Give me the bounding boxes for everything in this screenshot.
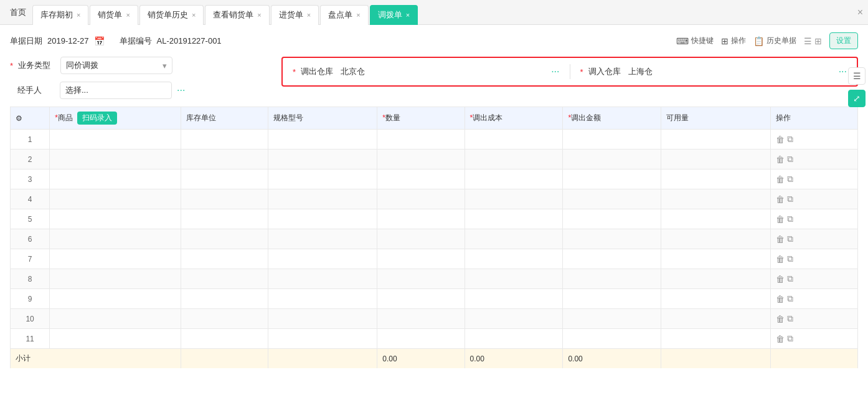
cell-product[interactable] [50, 189, 181, 209]
cell-cost[interactable] [465, 329, 563, 349]
cell-qty[interactable] [377, 269, 465, 289]
delete-icon[interactable]: 🗑 [776, 254, 785, 264]
copy-icon[interactable]: ⧉ [787, 274, 793, 284]
delete-icon[interactable]: 🗑 [776, 294, 785, 304]
close-icon[interactable]: × [406, 11, 410, 19]
cell-unit[interactable] [181, 229, 268, 249]
sidebar-list-icon[interactable]: ☰ [848, 67, 866, 85]
cell-spec[interactable] [268, 229, 377, 249]
cell-unit[interactable] [181, 329, 268, 349]
cell-amount[interactable] [563, 189, 661, 209]
cell-spec[interactable] [268, 169, 377, 189]
close-icon[interactable]: × [356, 11, 360, 19]
delete-icon[interactable]: 🗑 [776, 214, 785, 224]
copy-icon[interactable]: ⧉ [787, 134, 793, 145]
transfer-in-value[interactable]: 上海仓 [628, 66, 653, 77]
cell-product[interactable] [50, 249, 181, 269]
calendar-icon[interactable]: 📅 [94, 36, 105, 46]
cell-product[interactable] [50, 169, 181, 189]
cell-qty[interactable] [377, 209, 465, 229]
cell-product[interactable] [50, 130, 181, 150]
operations-btn[interactable]: ⊞ 操作 [721, 36, 746, 46]
cell-cost[interactable] [465, 169, 563, 189]
delete-icon[interactable]: 🗑 [776, 274, 785, 284]
tab-home[interactable]: 首页 [5, 7, 31, 18]
cell-product[interactable] [50, 289, 181, 309]
cell-cost[interactable] [465, 209, 563, 229]
cell-amount[interactable] [563, 229, 661, 249]
cell-qty[interactable] [377, 289, 465, 309]
cell-qty[interactable] [377, 130, 465, 150]
handler-select[interactable]: 选择... [60, 82, 172, 99]
sidebar-expand-icon[interactable]: ⤢ [848, 90, 866, 107]
cell-qty[interactable] [377, 249, 465, 269]
cell-product[interactable] [50, 309, 181, 329]
cell-cost[interactable] [465, 269, 563, 289]
cell-amount[interactable] [563, 209, 661, 229]
cell-product[interactable] [50, 229, 181, 249]
cell-amount[interactable] [563, 150, 661, 169]
col-gear[interactable]: ⚙ [11, 107, 50, 130]
list-view-icon[interactable]: ☰ [804, 36, 812, 46]
tab-transfer[interactable]: 调拨单 × [370, 5, 418, 25]
cell-spec[interactable] [268, 209, 377, 229]
cell-unit[interactable] [181, 309, 268, 329]
tab-view-sales[interactable]: 查看销货单 × [205, 5, 269, 25]
close-icon[interactable]: × [192, 11, 196, 19]
copy-icon[interactable]: ⧉ [787, 154, 793, 164]
cell-product[interactable] [50, 269, 181, 289]
tab-inventory-init[interactable]: 库存期初 × [32, 5, 88, 25]
copy-icon[interactable]: ⧉ [787, 333, 793, 344]
cell-spec[interactable] [268, 249, 377, 269]
cell-unit[interactable] [181, 249, 268, 269]
cell-amount[interactable] [563, 269, 661, 289]
cell-unit[interactable] [181, 130, 268, 150]
transfer-out-value[interactable]: 北京仓 [341, 66, 365, 77]
cell-spec[interactable] [268, 289, 377, 309]
cell-cost[interactable] [465, 249, 563, 269]
cell-spec[interactable] [268, 150, 377, 169]
cell-cost[interactable] [465, 130, 563, 150]
cell-unit[interactable] [181, 209, 268, 229]
scan-button[interactable]: 扫码录入 [77, 112, 117, 125]
grid-view-icon[interactable]: ⊞ [814, 36, 822, 46]
cell-spec[interactable] [268, 130, 377, 150]
tab-inventory-count[interactable]: 盘点单 × [320, 5, 368, 25]
cell-cost[interactable] [465, 150, 563, 169]
tab-sales-history[interactable]: 销货单历史 × [139, 5, 204, 25]
cell-cost[interactable] [465, 309, 563, 329]
cell-spec[interactable] [268, 189, 377, 209]
cell-cost[interactable] [465, 289, 563, 309]
tab-purchase[interactable]: 进货单 × [271, 5, 319, 25]
cell-qty[interactable] [377, 309, 465, 329]
settings-button[interactable]: 设置 [829, 32, 858, 49]
delete-icon[interactable]: 🗑 [776, 334, 785, 344]
copy-icon[interactable]: ⧉ [787, 174, 793, 184]
close-icon[interactable]: × [257, 11, 261, 19]
cell-qty[interactable] [377, 329, 465, 349]
copy-icon[interactable]: ⧉ [787, 254, 793, 264]
delete-icon[interactable]: 🗑 [776, 234, 785, 244]
history-btn[interactable]: 📋 历史单据 [753, 36, 796, 46]
copy-icon[interactable]: ⧉ [787, 194, 793, 204]
handler-more-icon[interactable]: ··· [177, 85, 185, 96]
tab-sales-order[interactable]: 销货单 × [90, 5, 138, 25]
cell-amount[interactable] [563, 289, 661, 309]
cell-amount[interactable] [563, 329, 661, 349]
cell-unit[interactable] [181, 289, 268, 309]
cell-amount[interactable] [563, 169, 661, 189]
cell-amount[interactable] [563, 309, 661, 329]
cell-unit[interactable] [181, 269, 268, 289]
cell-unit[interactable] [181, 189, 268, 209]
close-icon[interactable]: × [307, 11, 311, 19]
transfer-out-more-icon[interactable]: ··· [551, 66, 559, 77]
delete-icon[interactable]: 🗑 [776, 135, 785, 145]
shortcuts-btn[interactable]: ⌨ 快捷键 [676, 36, 714, 46]
copy-icon[interactable]: ⧉ [787, 214, 793, 224]
copy-icon[interactable]: ⧉ [787, 234, 793, 244]
cell-unit[interactable] [181, 150, 268, 169]
cell-amount[interactable] [563, 249, 661, 269]
delete-icon[interactable]: 🗑 [776, 155, 785, 164]
delete-icon[interactable]: 🗑 [776, 194, 785, 204]
business-type-select[interactable]: 同价调拨 ▾ [60, 57, 172, 74]
